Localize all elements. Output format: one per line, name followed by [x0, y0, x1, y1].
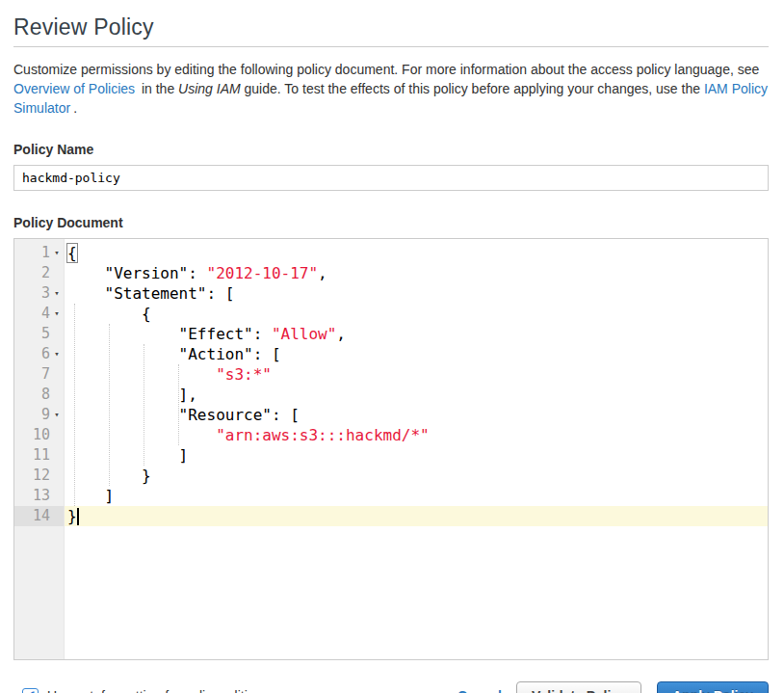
- code-line[interactable]: "Version": "2012-10-17",: [65, 263, 768, 283]
- line-number: 4: [14, 304, 50, 324]
- json-code-text: ,: [336, 325, 346, 343]
- code-line[interactable]: "s3:*": [65, 364, 768, 385]
- code-line[interactable]: {: [65, 304, 768, 324]
- line-number: 14: [14, 506, 50, 526]
- intro-paragraph: Customize permissions by editing the fol…: [13, 60, 771, 118]
- json-code-text: [67, 365, 216, 384]
- code-line[interactable]: "Effect": "Allow",: [65, 324, 768, 344]
- json-code-text: "Statement": [: [67, 284, 234, 303]
- review-policy-page: Review Policy Customize permissions by e…: [0, 14, 782, 693]
- gutter-row: 8: [14, 385, 64, 405]
- json-code-text: [67, 426, 216, 444]
- autoformat-label: Use autoformatting for policy editing: [47, 688, 262, 693]
- code-line[interactable]: }: [65, 466, 768, 486]
- line-number: 1: [14, 243, 50, 263]
- gutter-row: 10: [14, 425, 64, 445]
- autoformat-checkbox[interactable]: ✔: [22, 688, 39, 693]
- editor-gutter: 1▾23▾4▾56▾789▾1011121314: [14, 239, 65, 659]
- policy-document-label: Policy Document: [13, 215, 769, 230]
- intro-text-1: Customize permissions by editing the fol…: [13, 62, 759, 77]
- policy-name-label: Policy Name: [13, 142, 769, 157]
- code-line[interactable]: ],: [65, 385, 768, 405]
- json-code-text: }: [67, 507, 77, 525]
- line-number: 11: [14, 445, 50, 466]
- code-line[interactable]: "Statement": [: [65, 283, 768, 304]
- json-string-value: "arn:aws:s3:::hackmd/*": [216, 426, 430, 444]
- json-code-text: {: [67, 305, 151, 323]
- line-number: 2: [14, 263, 50, 283]
- policy-name-input[interactable]: [13, 165, 769, 191]
- code-line[interactable]: ]: [65, 445, 768, 466]
- apply-policy-button[interactable]: Apply Policy: [657, 681, 769, 693]
- code-line[interactable]: "arn:aws:s3:::hackmd/*": [65, 425, 768, 445]
- autoformat-option: ✔ Use autoformatting for policy editing: [22, 688, 262, 693]
- action-buttons: Cancel Validate Policy Apply Policy: [457, 681, 769, 693]
- json-code-text: }: [67, 466, 151, 485]
- gutter-row: 14: [14, 506, 64, 526]
- footer-bar: ✔ Use autoformatting for policy editing …: [13, 681, 769, 693]
- gutter-row: 3▾: [14, 283, 64, 304]
- json-string-value: "2012-10-17": [207, 264, 319, 282]
- fold-arrow-icon[interactable]: ▾: [50, 283, 64, 304]
- gutter-row: 1▾: [14, 243, 64, 263]
- line-number: 9: [14, 405, 50, 425]
- gutter-row: 5: [14, 324, 64, 344]
- json-code-text: {: [67, 244, 77, 262]
- line-number: 8: [14, 385, 50, 405]
- fold-arrow-icon[interactable]: ▾: [50, 405, 64, 425]
- code-line[interactable]: ]: [65, 486, 768, 506]
- line-number: 6: [14, 344, 50, 364]
- line-number: 5: [14, 324, 50, 344]
- checkmark-icon: ✔: [25, 689, 36, 693]
- json-string-value: "s3:*": [216, 365, 272, 384]
- cancel-link[interactable]: Cancel: [457, 688, 502, 693]
- code-line[interactable]: "Action": [: [65, 344, 768, 364]
- json-code-text: ]: [67, 446, 188, 465]
- gutter-row: 7: [14, 364, 64, 385]
- using-iam-guide-name: Using IAM: [178, 81, 241, 96]
- gutter-row: 9▾: [14, 405, 64, 425]
- json-code-text: ],: [67, 386, 197, 404]
- text-cursor: [77, 508, 79, 525]
- fold-arrow-icon[interactable]: ▾: [50, 344, 64, 364]
- json-code-text: "Effect":: [67, 325, 272, 343]
- title-divider: [13, 46, 769, 47]
- validate-policy-button[interactable]: Validate Policy: [516, 681, 641, 693]
- overview-of-policies-link[interactable]: Overview of Policies: [13, 81, 135, 96]
- gutter-row: 6▾: [14, 344, 64, 364]
- json-code-text: ,: [318, 264, 327, 282]
- page-title: Review Policy: [13, 14, 769, 40]
- line-number: 10: [14, 425, 50, 445]
- editor-code[interactable]: { "Version": "2012-10-17", "Statement": …: [65, 239, 768, 659]
- json-string-value: "Allow": [272, 325, 336, 343]
- line-number: 7: [14, 364, 50, 385]
- intro-text-2: in the: [138, 81, 178, 96]
- json-code-text: "Version":: [67, 264, 207, 282]
- json-code-text: ]: [67, 487, 114, 505]
- code-line[interactable]: "Resource": [: [65, 405, 768, 425]
- line-number: 13: [14, 486, 50, 506]
- policy-document-editor[interactable]: 1▾23▾4▾56▾789▾1011121314 { "Version": "2…: [13, 238, 769, 660]
- line-number: 3: [14, 283, 50, 304]
- intro-text-4: .: [73, 100, 77, 116]
- code-line[interactable]: {: [65, 243, 768, 263]
- gutter-row: 11: [14, 445, 64, 466]
- gutter-row: 12: [14, 466, 64, 486]
- fold-arrow-icon[interactable]: ▾: [50, 243, 64, 263]
- json-code-text: "Resource": [: [67, 406, 300, 424]
- intro-text-3: guide. To test the effects of this polic…: [241, 81, 704, 96]
- gutter-row: 4▾: [14, 304, 64, 324]
- line-number: 12: [14, 466, 50, 486]
- fold-arrow-icon[interactable]: ▾: [50, 304, 64, 324]
- gutter-row: 2: [14, 263, 64, 283]
- code-line[interactable]: }: [65, 506, 768, 526]
- json-code-text: "Action": [: [67, 345, 281, 363]
- gutter-row: 13: [14, 486, 64, 506]
